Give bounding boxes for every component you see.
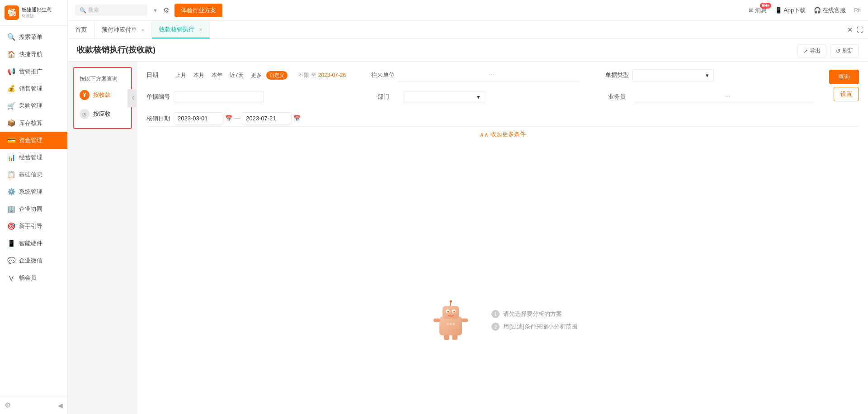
- member-icon: V: [7, 274, 15, 282]
- main: 🔍 搜索 ▼ ⚙ 体验行业方案 ✉ 消息 99+ 📱 App下载 🎧 在线客服 …: [68, 0, 868, 414]
- filter-collapse-button[interactable]: 《: [127, 89, 137, 107]
- user-info[interactable]: Rit: [854, 7, 861, 14]
- query-area: 日期 上月 本月 本年 近7天 更多 自定义: [137, 62, 868, 227]
- sidebar-item-member[interactable]: V 畅会员: [0, 269, 67, 286]
- sidebar-item-search-menu[interactable]: 🔍 搜索菜单: [0, 29, 67, 46]
- topbar-gear-icon[interactable]: ⚙: [163, 6, 169, 14]
- sidebar-item-label: 畅会员: [19, 274, 37, 282]
- dept-chevron-icon: ▾: [477, 94, 480, 100]
- topbar-chevron-icon[interactable]: ▼: [153, 8, 158, 13]
- staff-dots-button[interactable]: ···: [725, 92, 731, 100]
- partner-input[interactable]: [398, 69, 489, 80]
- enterprise-icon: 🏢: [7, 205, 15, 213]
- tab-receipt-label: 收款核销执行: [159, 25, 194, 33]
- offset-date-label: 核销日期: [146, 114, 170, 123]
- calendar-start-icon[interactable]: 📅: [225, 115, 232, 122]
- tab-prepay-conflict[interactable]: 预付冲应付单 ×: [94, 21, 152, 38]
- sidebar-item-sales[interactable]: 💰 销售管理: [0, 80, 67, 97]
- tip1-text: 请先选择要分析的方案: [503, 310, 562, 318]
- sidebar-bottom: ⚙ ◀: [0, 396, 67, 414]
- expand-icon[interactable]: ⛶: [857, 26, 863, 33]
- sidebar-item-wechat-biz[interactable]: 💬 企业微信: [0, 252, 67, 269]
- sidebar-settings-icon[interactable]: ⚙: [5, 401, 11, 409]
- export-button[interactable]: ↗ 导出: [797, 44, 826, 57]
- date-this-month[interactable]: 本月: [191, 71, 207, 80]
- sidebar-item-inventory[interactable]: 📦 库存核算: [0, 114, 67, 132]
- offset-date-start-input[interactable]: [174, 112, 223, 124]
- collapse-conditions-button[interactable]: ∧∧ 收起更多条件: [146, 126, 859, 142]
- online-service-button[interactable]: 🎧 在线客服: [814, 6, 846, 14]
- svg-rect-9: [462, 319, 468, 322]
- tab-prepay-close-icon[interactable]: ×: [142, 27, 144, 33]
- sidebar-collapse-icon[interactable]: ◀: [58, 402, 63, 409]
- sidebar-item-label: 快捷导航: [19, 50, 42, 58]
- sidebar-item-label: 搜索菜单: [19, 33, 42, 41]
- svg-point-7: [450, 300, 452, 303]
- doc-no-label: 单据编号: [146, 93, 170, 101]
- sidebar: 畅 畅捷通好生意 标准版 🔍 搜索菜单 🏠 快捷导航 📢 营销推广 💰 销售管理…: [0, 0, 68, 414]
- svg-point-4: [447, 311, 449, 313]
- date-7-days[interactable]: 近7天: [227, 71, 246, 80]
- tabbar: 首页 预付冲应付单 × 收款核销执行 × ✕ ⛶: [68, 21, 868, 39]
- tab-home-label: 首页: [75, 26, 87, 34]
- tab-receipt-offset[interactable]: 收款核销执行 ×: [152, 21, 209, 38]
- sidebar-item-purchase[interactable]: 🛒 采购管理: [0, 97, 67, 114]
- app-download-button[interactable]: 📱 App下载: [775, 6, 806, 14]
- sidebar-item-guide[interactable]: 🎯 新手引导: [0, 218, 67, 235]
- collapse-up-icon: ∧∧: [480, 131, 489, 138]
- staff-input[interactable]: [634, 90, 725, 102]
- dept-select[interactable]: ▾: [404, 91, 485, 103]
- svg-rect-0: [439, 317, 462, 336]
- sidebar-item-system[interactable]: ⚙️ 系统管理: [0, 183, 67, 200]
- topbar-search[interactable]: 🔍 搜索: [75, 5, 147, 16]
- svg-point-5: [453, 311, 455, 313]
- by-receivable-label: 按应收: [93, 110, 111, 118]
- message-button[interactable]: ✉ 消息 99+: [749, 6, 767, 14]
- sidebar-item-smart-hw[interactable]: 📱 智能硬件: [0, 235, 67, 252]
- inventory-icon: 📦: [7, 119, 15, 127]
- sidebar-item-quick-nav[interactable]: 🏠 快捷导航: [0, 46, 67, 63]
- query-button[interactable]: 查询: [829, 70, 859, 84]
- refresh-button[interactable]: ↺ 刷新: [830, 44, 859, 57]
- sidebar-item-enterprise[interactable]: 🏢 企业协同: [0, 200, 67, 218]
- tab-receipt-close-icon[interactable]: ×: [199, 27, 202, 32]
- doc-no-input[interactable]: [174, 91, 264, 103]
- page-content: 收款核销执行(按收款) ↗ 导出 ↺ 刷新 按以下方案查询: [68, 39, 868, 414]
- date-shortcuts: 上月 本月 本年 近7天 更多 自定义: [173, 71, 288, 80]
- staff-field: 业务员 ···: [608, 90, 814, 103]
- calendar-end-icon[interactable]: 📅: [293, 115, 301, 122]
- filter-item-by-receipt[interactable]: ¥ 按收款: [74, 86, 131, 105]
- sidebar-item-capital[interactable]: 💳 资金管理: [0, 132, 67, 149]
- filter-item-by-receivable[interactable]: ◷ 按应收: [74, 105, 131, 124]
- search-placeholder-text: 搜索: [88, 6, 99, 14]
- sidebar-item-operation[interactable]: 📊 经营管理: [0, 149, 67, 166]
- date-last-month[interactable]: 上月: [173, 71, 189, 80]
- logo-icon: 畅: [5, 5, 19, 20]
- close-all-icon[interactable]: ✕: [847, 26, 853, 34]
- solution-button[interactable]: 体验行业方案: [175, 4, 222, 17]
- sidebar-item-label: 营销推广: [19, 67, 42, 76]
- message-icon: ✉: [749, 7, 754, 14]
- topbar-right: ✉ 消息 99+ 📱 App下载 🎧 在线客服 Rit: [749, 6, 861, 14]
- date-this-year[interactable]: 本年: [209, 71, 225, 80]
- tip1-number: 1: [491, 310, 500, 318]
- sidebar-item-label: 系统管理: [19, 188, 42, 196]
- partner-field: 往来单位 ···: [371, 69, 580, 81]
- sidebar-item-basic[interactable]: 📋 基础信息: [0, 166, 67, 183]
- date-custom-badge[interactable]: 自定义: [266, 71, 288, 80]
- date-more[interactable]: 更多: [248, 71, 264, 80]
- quick-nav-icon: 🏠: [7, 50, 15, 58]
- basic-icon: 📋: [7, 171, 15, 179]
- sidebar-item-marketing[interactable]: 📢 营销推广: [0, 63, 67, 80]
- setting-button[interactable]: 设置: [834, 87, 859, 101]
- dept-label: 部门: [377, 93, 400, 101]
- svg-rect-1: [443, 306, 459, 319]
- svg-rect-10: [444, 335, 449, 340]
- date-to-text: 至: [311, 71, 316, 79]
- export-icon: ↗: [803, 48, 808, 54]
- doc-type-select[interactable]: ▾: [632, 69, 714, 81]
- offset-date-field: 核销日期 📅 — 📅: [146, 112, 814, 124]
- tab-home[interactable]: 首页: [68, 21, 94, 38]
- partner-dots-button[interactable]: ···: [489, 71, 495, 79]
- offset-date-end-input[interactable]: [242, 112, 292, 124]
